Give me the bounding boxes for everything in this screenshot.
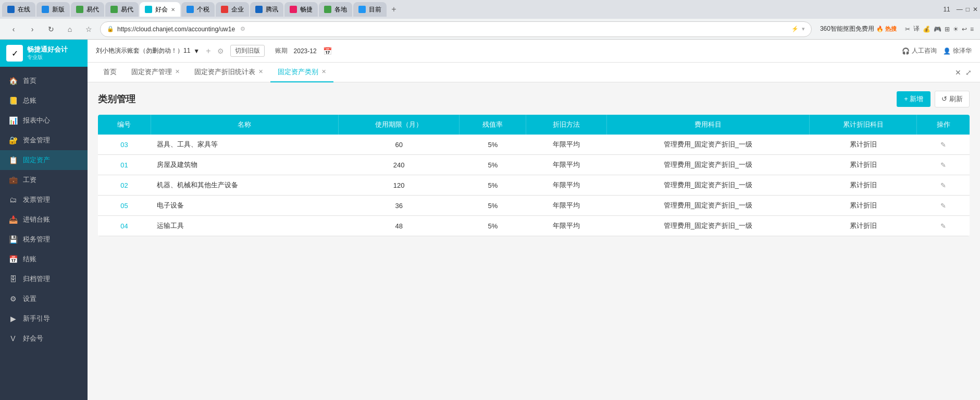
address-box[interactable]: 🔒 https://cloud.chanjet.com/accounting/u… [100, 21, 812, 37]
hot-label: 🔥 热搜 [876, 25, 897, 33]
page-tab-tab-home[interactable]: 首页 [96, 63, 124, 82]
tab-label: 个税 [197, 5, 209, 14]
tab-favicon [76, 6, 83, 13]
sidebar-item-home[interactable]: 🏠 首页 [0, 71, 88, 91]
nav-icon-salary: 💼 [8, 175, 18, 185]
refresh-btn[interactable]: ↺ 刷新 [935, 91, 970, 107]
maximize-btn[interactable]: □ [966, 6, 970, 13]
page-tab-tab-depreciation[interactable]: 固定资产折旧统计表 ✕ [187, 63, 270, 82]
back-button[interactable]: ‹ [6, 22, 21, 37]
home-button[interactable]: ⌂ [63, 22, 77, 37]
edit-icon[interactable]: ✎ [940, 141, 946, 149]
browser-tab-t10[interactable]: 各地 [319, 2, 352, 17]
page-tab-label-tab-category: 固定资产类别 [278, 67, 318, 77]
sidebar-item-more[interactable]: V 好会号 [0, 329, 88, 348]
sidebar-item-fixed-assets[interactable]: 📋 固定资产 [0, 150, 88, 170]
cell-expense-account: 管理费用_固定资产折旧_一级 [606, 196, 809, 216]
cell-action[interactable]: ✎ [917, 175, 970, 196]
sidebar-item-settings[interactable]: ⚙ 设置 [0, 289, 88, 309]
sidebar-item-guide[interactable]: ▶ 新手引导 [0, 309, 88, 329]
search-area[interactable]: 360智能抠图免费用 🔥 热搜 [820, 25, 897, 33]
customer-service-btn[interactable]: 🎧 人工咨询 [902, 46, 937, 55]
browser-tab-t8[interactable]: 腾讯 [250, 2, 283, 17]
browser-tab-t7[interactable]: 企业 [216, 2, 249, 17]
cell-action[interactable]: ✎ [917, 135, 970, 155]
browser-tab-t6[interactable]: 个税 [181, 2, 215, 17]
wallet-icon[interactable]: 💰 [923, 26, 931, 33]
translate-icon[interactable]: 译 [913, 25, 920, 33]
undo-icon[interactable]: ↩ [962, 26, 967, 33]
sidebar-item-tax[interactable]: 💾 税务管理 [0, 229, 88, 249]
cell-code[interactable]: 02 [98, 175, 151, 196]
browser-tab-t4[interactable]: 易代 [105, 2, 139, 17]
browser-tab-t1[interactable]: 在线 [2, 2, 35, 17]
brightness-icon[interactable]: ☀ [953, 26, 959, 33]
edit-icon[interactable]: ✎ [940, 181, 946, 189]
add-account-btn[interactable]: + [206, 46, 210, 56]
edit-icon[interactable]: ✎ [940, 161, 946, 169]
menu-icon[interactable]: ≡ [970, 26, 974, 33]
address-bar-row: ‹ › ↻ ⌂ ☆ 🔒 https://cloud.chanjet.com/ac… [0, 19, 980, 40]
cell-expense-account: 管理费用_固定资产折旧_一级 [606, 175, 809, 196]
bookmark-button[interactable]: ☆ [81, 22, 96, 37]
page-tab-close-tab-category[interactable]: ✕ [321, 68, 326, 75]
grid-icon[interactable]: ⊞ [945, 26, 950, 33]
cell-expense-account: 管理费用_固定资产折旧_一级 [606, 135, 809, 155]
reload-button[interactable]: ↻ [44, 22, 58, 37]
tab-close-icon[interactable]: ✕ [171, 7, 175, 13]
edit-icon[interactable]: ✎ [940, 202, 946, 210]
sidebar-item-checkout[interactable]: 📅 结账 [0, 249, 88, 269]
tab-favicon [7, 6, 15, 13]
cell-accumulated-account: 累计折旧 [810, 155, 917, 175]
window-expand-icon[interactable]: ⤢ [965, 68, 972, 77]
forward-button[interactable]: › [25, 22, 40, 37]
company-dropdown-icon[interactable]: ▼ [193, 47, 200, 55]
window-close-icon[interactable]: ✕ [955, 68, 961, 77]
sidebar-item-fund[interactable]: 🔐 资金管理 [0, 130, 88, 150]
cell-code[interactable]: 01 [98, 155, 151, 175]
sidebar-item-report[interactable]: 📊 报表中心 [0, 111, 88, 130]
cell-period: 48 [339, 216, 460, 236]
page-tab-close-tab-fixed-mgmt[interactable]: ✕ [175, 68, 180, 75]
headset-icon: 🎧 [902, 47, 910, 55]
table-header-cell: 残值率 [460, 115, 526, 135]
close-btn[interactable]: ✕ [973, 6, 978, 13]
user-avatar-btn[interactable]: 👤 徐泽华 [943, 46, 972, 55]
sidebar-item-ledger[interactable]: 📒 总账 [0, 91, 88, 111]
cell-action[interactable]: ✎ [917, 216, 970, 236]
cell-code[interactable]: 05 [98, 196, 151, 216]
cell-period: 60 [339, 135, 460, 155]
browser-tab-t5[interactable]: 好会 ✕ [140, 2, 180, 17]
cell-method: 年限平均 [526, 135, 606, 155]
game-icon[interactable]: 🎮 [934, 26, 941, 33]
calendar-icon[interactable]: 📅 [323, 47, 332, 55]
table-row: 05 电子设备 36 5% 年限平均 管理费用_固定资产折旧_一级 累计折旧 ✎ [98, 196, 970, 216]
page-tab-tab-category[interactable]: 固定资产类别 ✕ [270, 63, 333, 82]
add-category-btn[interactable]: + 新增 [897, 91, 931, 107]
cut-icon[interactable]: ✂ [905, 26, 910, 33]
switch-old-version-btn[interactable]: 切到旧版 [230, 45, 265, 57]
table-row: 04 运输工具 48 5% 年限平均 管理费用_固定资产折旧_一级 累计折旧 ✎ [98, 216, 970, 236]
sidebar-item-purchase-sale[interactable]: 📥 进销台账 [0, 210, 88, 229]
sidebar-item-invoice[interactable]: 🗂 发票管理 [0, 190, 88, 210]
browser-tab-t11[interactable]: 目前 [353, 2, 387, 17]
browser-tab-t3[interactable]: 易代 [71, 2, 104, 17]
new-tab-button[interactable]: + [388, 3, 400, 16]
cell-action[interactable]: ✎ [917, 196, 970, 216]
browser-tab-t2[interactable]: 新版 [36, 2, 70, 17]
sidebar-item-archive[interactable]: 🗄 归档管理 [0, 269, 88, 289]
cell-code[interactable]: 03 [98, 135, 151, 155]
browser-tab-t9[interactable]: 畅捷 [284, 2, 318, 17]
cell-method: 年限平均 [526, 175, 606, 196]
cell-code[interactable]: 04 [98, 216, 151, 236]
minimize-btn[interactable]: — [957, 6, 963, 13]
page-tab-tab-fixed-mgmt[interactable]: 固定资产管理 ✕ [124, 63, 187, 82]
tab-label: 易代 [121, 5, 133, 14]
cell-accumulated-account: 累计折旧 [810, 216, 917, 236]
edit-icon[interactable]: ✎ [940, 222, 946, 230]
period-value: 2023-12 [294, 47, 317, 55]
page-tab-close-tab-depreciation[interactable]: ✕ [258, 68, 263, 75]
settings-gear-icon[interactable]: ⚙ [217, 47, 224, 55]
cell-action[interactable]: ✎ [917, 155, 970, 175]
sidebar-item-salary[interactable]: 💼 工资 [0, 170, 88, 190]
